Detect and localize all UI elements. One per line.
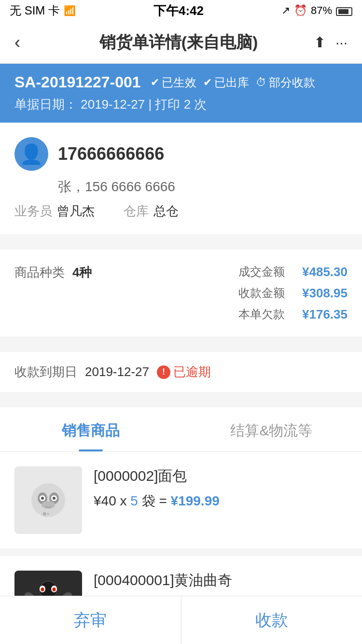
wifi-icon: 📶 (64, 5, 76, 16)
debt-value: ¥176.35 (294, 307, 348, 322)
tab-settlement-label: 结算&物流等 (230, 422, 312, 438)
check-icon-2: ✔ (203, 76, 212, 89)
product-name-2: [000400001]黄油曲奇 (94, 571, 348, 590)
customer-row: 👤 17666666666 (14, 137, 348, 171)
svg-point-14 (53, 588, 56, 591)
meta-print: | 打印 2 次 (148, 97, 207, 112)
check-icon-1: ✔ (151, 76, 159, 89)
stats-left: 商品种类 4种 (14, 264, 181, 281)
kind-label: 商品种类 (14, 264, 65, 281)
page-title: 销货单详情(来自电脑) (43, 31, 314, 54)
salesperson-label: 业务员 (14, 203, 52, 220)
due-section: 收款到期日 2019-12-27 ! 已逾期 (0, 352, 362, 392)
overdue-text: 已逾期 (173, 364, 211, 380)
warehouse-label: 仓库 (124, 203, 149, 220)
trad-amount-row: 成交金额 ¥485.30 (181, 264, 348, 280)
debt-label: 本单欠款 (238, 307, 285, 322)
status-badge-3: ⏱ 部分收款 (256, 75, 315, 90)
svg-point-6 (53, 497, 56, 500)
avatar: 👤 (14, 137, 48, 171)
order-meta: 单据日期： 2019-12-27 | 打印 2 次 (14, 96, 348, 113)
product-info-1: [0000002]面包 ¥40 x 5 袋 = ¥199.99 (94, 466, 348, 510)
product-card: 兽+ [0000002]面包 ¥40 x 5 袋 = ¥199.99 (0, 452, 362, 548)
bottom-bar: 弃审 收款 (0, 596, 362, 644)
svg-point-13 (41, 588, 44, 591)
trad-amount-value: ¥485.30 (294, 265, 348, 280)
kind-value: 4种 (72, 264, 92, 281)
due-date: 2019-12-27 (85, 364, 149, 379)
status-right: ↗ ⏰ 87% (281, 4, 352, 17)
more-icon[interactable]: ··· (335, 34, 348, 51)
location-icon: ↗ (281, 4, 290, 17)
tab-settlement[interactable]: 结算&物流等 (181, 407, 362, 451)
status-left: 无 SIM 卡 📶 (10, 3, 76, 18)
order-id: SA-20191227-001 (14, 73, 141, 91)
status-badge-2: ✔ 已出库 (203, 75, 249, 90)
salesperson-value: 曾凡杰 (57, 203, 95, 220)
nav-actions: ⬆ ··· (314, 34, 348, 51)
price-qty-1: 5 (130, 493, 138, 508)
price-unit-1: 袋 (142, 493, 155, 508)
collect-value: ¥308.95 (294, 286, 348, 301)
overdue-icon: ! (157, 365, 170, 379)
carrier-text: 无 SIM 卡 (10, 3, 60, 18)
tab-underline (79, 449, 103, 451)
back-button[interactable]: ‹ (14, 32, 43, 53)
product-price-1: ¥40 x 5 袋 = ¥199.99 (94, 492, 348, 510)
divider-3 (0, 400, 362, 407)
divider-1 (0, 242, 362, 250)
customer-sub: 张，156 6666 6666 (14, 178, 348, 196)
divider-2 (0, 344, 362, 352)
cancel-button[interactable]: 弃审 (0, 596, 181, 644)
stats-section: 商品种类 4种 成交金额 ¥485.30 收款金额 ¥308.95 本单欠款 ¥… (0, 250, 362, 336)
collect-row: 收款金额 ¥308.95 (181, 285, 348, 301)
stats-right: 成交金额 ¥485.30 收款金额 ¥308.95 本单欠款 ¥176.35 (181, 264, 348, 322)
price-eq-1: = (159, 493, 170, 508)
price-x-1: x (120, 493, 131, 508)
status-label-1: 已生效 (162, 75, 196, 90)
nav-bar: ‹ 销货单详情(来自电脑) ⬆ ··· (0, 21, 362, 64)
collect-button[interactable]: 收款 (181, 596, 362, 644)
collect-label: 收款金额 (238, 285, 285, 301)
alarm-icon: ⏰ (294, 4, 307, 17)
due-label: 收款到期日 (14, 364, 77, 380)
svg-text:兽+: 兽+ (42, 512, 49, 517)
status-label-2: 已出库 (214, 75, 249, 90)
product-name-1: [0000002]面包 (94, 466, 348, 486)
tab-sales-products[interactable]: 销售商品 (0, 407, 181, 451)
customer-name: 17666666666 (58, 144, 164, 164)
product-thumb-1: 兽+ (14, 466, 82, 534)
trad-amount-label: 成交金额 (238, 264, 285, 280)
customer-details: 业务员 曾凡杰 仓库 总仓 (14, 203, 348, 220)
order-id-row: SA-20191227-001 ✔ 已生效 ✔ 已出库 ⏱ 部分收款 (14, 73, 348, 91)
warehouse-value: 总仓 (153, 203, 179, 220)
clock-icon: ⏱ (256, 76, 266, 89)
price-base-1: ¥40 (94, 493, 116, 508)
battery-icon (336, 4, 352, 17)
tabs-section: 销售商品 结算&物流等 (0, 407, 362, 452)
tabs-row: 销售商品 结算&物流等 (0, 407, 362, 451)
tab-sales-label: 销售商品 (62, 422, 120, 438)
status-bar: 无 SIM 卡 📶 下午4:42 ↗ ⏰ 87% (0, 0, 362, 21)
status-label-3: 部分收款 (269, 75, 315, 90)
status-time: 下午4:42 (153, 2, 204, 19)
customer-section: 👤 17666666666 张，156 6666 6666 业务员 曾凡杰 仓库… (0, 123, 362, 234)
debt-row: 本单欠款 ¥176.35 (181, 307, 348, 322)
battery-percent: 87% (311, 4, 332, 17)
status-badges: ✔ 已生效 ✔ 已出库 ⏱ 部分收款 (151, 75, 315, 90)
order-header: SA-20191227-001 ✔ 已生效 ✔ 已出库 ⏱ 部分收款 单据日期：… (0, 64, 362, 123)
owl-image: 兽+ (29, 481, 68, 519)
user-icon: 👤 (19, 143, 43, 166)
svg-point-5 (41, 497, 44, 500)
salesperson-item: 业务员 曾凡杰 (14, 203, 95, 220)
warehouse-item: 仓库 总仓 (124, 203, 179, 220)
share-icon[interactable]: ⬆ (314, 34, 326, 51)
status-badge-1: ✔ 已生效 (151, 75, 196, 90)
overdue-badge: ! 已逾期 (157, 364, 211, 380)
meta-date-value: 2019-12-27 (81, 97, 145, 112)
price-total-1: ¥199.99 (171, 493, 220, 508)
meta-date-label: 单据日期： (14, 97, 77, 112)
